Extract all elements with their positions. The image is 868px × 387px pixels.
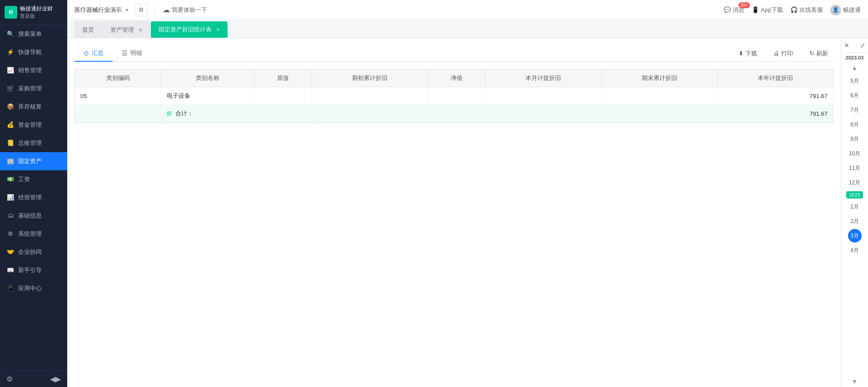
month-9[interactable]: 9月 [848, 132, 862, 146]
app-center-icon: 📱 [6, 284, 15, 293]
col-period-end-accum: 期末累计折旧 [601, 69, 718, 87]
sidebar-item-inventory[interactable]: 📦 库存核算 [0, 98, 67, 116]
app-download-icon: 📱 [752, 6, 759, 13]
summary-icon: ⊙ [84, 50, 89, 57]
sidebar-item-search[interactable]: 🔍 搜索菜单 [0, 25, 67, 43]
finance-icon: 💰 [6, 121, 15, 129]
col-original: 原值 [254, 69, 312, 87]
table-row: 05 电子设备 791.67 [75, 87, 833, 105]
quick-nav-icon: ⚡ [6, 48, 15, 56]
row-original [254, 87, 312, 105]
sidebar: 好 畅捷通好业财 普及版 🔍 搜索菜单 ⚡ 快捷导航 📈 销售管理 🛒 采购管理… [0, 0, 67, 387]
download-button[interactable]: ⬇ 下载 [733, 45, 763, 61]
year-2023-badge: 2023 [841, 191, 868, 198]
sidebar-item-sales[interactable]: 📈 销售管理 [0, 61, 67, 79]
main-area: 医疗器械行业演示 ▼ ⚙ ☁ 我要体验一下 💬 消息 99+ 📱 App下载 🎧… [67, 0, 868, 387]
guide-icon: 📖 [6, 266, 15, 274]
content-main: ⊙ 汇总 ☰ 明细 ⬇ 下载 🖨 打印 [67, 38, 841, 387]
tab-home[interactable]: 首页 [74, 21, 102, 38]
detail-icon: ☰ [122, 50, 128, 57]
message-icon: 💬 [724, 6, 731, 13]
sidebar-bottom: ⚙ ◀▶ [0, 371, 67, 387]
app-download-button[interactable]: 📱 App下载 [752, 6, 783, 14]
content-area: ⊙ 汇总 ☰ 明细 ⬇ 下载 🖨 打印 [67, 38, 868, 387]
sidebar-item-app-center[interactable]: 📱 应用中心 [0, 279, 67, 298]
user-menu[interactable]: 👤 畅捷通 [830, 5, 861, 15]
sidebar-item-system[interactable]: ⚙ 系统管理 [0, 225, 67, 243]
month-7[interactable]: 7月 [848, 103, 862, 117]
experience-icon: ☁ [163, 5, 170, 14]
online-service-button[interactable]: 🎧 在线客服 [790, 6, 823, 14]
tab-fixed-asset-depreciation-close[interactable]: × [216, 26, 220, 33]
total-period-end-accum [601, 105, 718, 123]
month-12[interactable]: 12月 [848, 176, 862, 189]
subtab-bar: ⊙ 汇总 ☰ 明细 ⬇ 下载 🖨 打印 [74, 45, 833, 62]
message-button[interactable]: 💬 消息 99+ [724, 6, 744, 14]
date-panel-close[interactable]: ✕ [844, 42, 849, 49]
date-panel-header: ✕ ⤢ [841, 38, 868, 53]
col-monthly-dep: 本月计提折旧 [485, 69, 601, 87]
tab-asset-mgmt-close[interactable]: × [139, 26, 142, 34]
total-label: ⊞ 合计： [161, 105, 254, 123]
sidebar-item-ledger[interactable]: 📒 总账管理 [0, 134, 67, 152]
month-4[interactable]: 4月 [848, 243, 862, 257]
tab-fixed-asset-depreciation[interactable]: 固定资产折旧统计表 × [151, 21, 228, 38]
print-button[interactable]: 🖨 打印 [768, 45, 799, 61]
row-code: 05 [75, 87, 161, 105]
refresh-icon: ↻ [809, 50, 814, 57]
sidebar-item-guide[interactable]: 📖 新手引导 [0, 261, 67, 279]
settings-bottom-icon[interactable]: ⚙ [6, 375, 13, 383]
sidebar-item-enterprise[interactable]: 🤝 企业协同 [0, 243, 67, 261]
sidebar-item-fixed-assets[interactable]: 🏢 固定资产 [0, 152, 67, 170]
date-nav-up[interactable]: ▲ [850, 62, 860, 73]
date-panel-expand[interactable]: ⤢ [860, 42, 865, 49]
sidebar-item-basic-info[interactable]: 🗂 基础信息 [0, 207, 67, 225]
date-nav-down[interactable]: ▼ [850, 376, 860, 387]
sidebar-nav: 🔍 搜索菜单 ⚡ 快捷导航 📈 销售管理 🛒 采购管理 📦 库存核算 💰 资金管… [0, 25, 67, 371]
subtab-summary[interactable]: ⊙ 汇总 [74, 45, 113, 62]
topbar: 医疗器械行业演示 ▼ ⚙ ☁ 我要体验一下 💬 消息 99+ 📱 App下载 🎧… [67, 0, 868, 20]
system-icon: ⚙ [6, 230, 15, 238]
sidebar-item-operations[interactable]: 📊 经营管理 [0, 189, 67, 207]
month-5[interactable]: 5月 [848, 74, 862, 88]
date-panel: ✕ ⤢ 2023.03 ▲ 5月 6月 7月 8月 9月 10月 11月 12月… [841, 38, 868, 387]
collapse-icon[interactable]: ◀▶ [50, 375, 61, 383]
company-dropdown-arrow: ▼ [124, 7, 129, 13]
col-initial-accum: 期初累计折旧 [312, 69, 428, 87]
service-icon: 🎧 [790, 6, 798, 13]
subtab-detail[interactable]: ☰ 明细 [113, 45, 151, 62]
month-6[interactable]: 6月 [848, 89, 862, 102]
avatar: 👤 [830, 5, 841, 15]
sidebar-item-finance[interactable]: 💰 资金管理 [0, 116, 67, 134]
row-initial-accum [312, 87, 428, 105]
total-icon: ⊞ [167, 110, 172, 117]
month-3[interactable]: 3月 [848, 229, 862, 243]
col-code: 类别编码 [75, 69, 161, 87]
search-icon: 🔍 [6, 30, 15, 38]
app-logo-text: 畅捷通好业财 普及版 [20, 5, 53, 19]
month-1[interactable]: 1月 [848, 200, 862, 213]
tab-asset-mgmt[interactable]: 资产管理 × [103, 21, 150, 38]
month-8[interactable]: 8月 [848, 118, 862, 131]
purchase-icon: 🛒 [6, 84, 15, 93]
topbar-divider [155, 5, 155, 15]
sidebar-item-payroll[interactable]: 💵 工资 [0, 170, 67, 189]
company-selector[interactable]: 医疗器械行业演示 ▼ [74, 6, 129, 14]
refresh-button[interactable]: ↻ 刷新 [804, 45, 833, 61]
sidebar-item-quick-nav[interactable]: ⚡ 快捷导航 [0, 43, 67, 61]
experience-button[interactable]: ☁ 我要体验一下 [163, 5, 207, 14]
row-period-end-accum [601, 87, 718, 105]
topbar-right: 💬 消息 99+ 📱 App下载 🎧 在线客服 👤 畅捷通 [724, 5, 861, 15]
depreciation-table: 类别编码 类别名称 原值 期初累计折旧 净值 本月计提折旧 期末累计折旧 本年计… [74, 69, 833, 123]
month-2[interactable]: 2月 [848, 214, 862, 228]
row-annual-dep: 791.67 [718, 87, 833, 105]
col-name: 类别名称 [161, 69, 254, 87]
month-11[interactable]: 11月 [848, 161, 862, 175]
ledger-icon: 📒 [6, 139, 15, 147]
month-10[interactable]: 10月 [848, 147, 862, 160]
row-name: 电子设备 [161, 87, 254, 105]
sidebar-item-purchase[interactable]: 🛒 采购管理 [0, 79, 67, 98]
settings-button[interactable]: ⚙ [135, 4, 148, 16]
company-name: 医疗器械行业演示 [74, 6, 122, 14]
col-net: 净值 [428, 69, 486, 87]
